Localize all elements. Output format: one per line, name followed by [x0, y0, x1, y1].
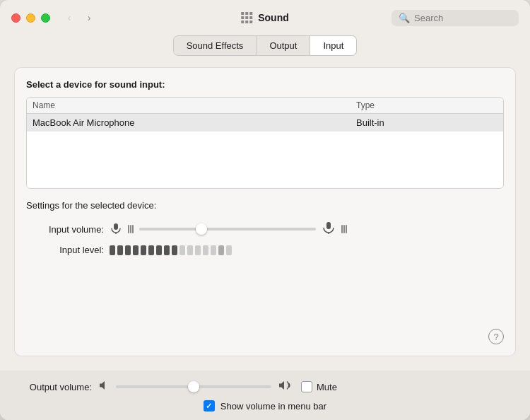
input-volume-row: Input volume:	[26, 221, 504, 238]
minimize-button[interactable]	[26, 13, 35, 23]
grid-icon[interactable]	[241, 12, 252, 23]
bottom-bar: Output volume: Mute	[0, 371, 530, 420]
settings-label: Settings for the selected device:	[26, 200, 504, 211]
level-bar-11	[187, 245, 193, 255]
nav-buttons: ‹ ›	[61, 10, 97, 25]
mute-label: Mute	[317, 382, 337, 392]
device-table: Name Type MacBook Air Microphone Built-i…	[26, 97, 504, 189]
level-bar-1	[110, 245, 115, 255]
input-volume-slider[interactable]	[139, 228, 316, 231]
input-level-label: Input level:	[26, 245, 104, 255]
level-bar-12	[195, 245, 201, 255]
level-bar-5	[141, 245, 146, 255]
tab-input[interactable]: Input	[310, 35, 357, 56]
table-row[interactable]: MacBook Air Microphone Built-in	[27, 114, 503, 132]
mic-loud-icon	[322, 221, 336, 238]
level-bar-10	[179, 245, 185, 255]
maximize-button[interactable]	[41, 13, 50, 23]
help-button[interactable]: ?	[488, 329, 504, 344]
content-area: Sound Effects Output Input Select a devi…	[0, 35, 530, 371]
window-title: Sound	[258, 12, 289, 23]
input-level-row: Input level:	[26, 245, 504, 255]
device-name: MacBook Air Microphone	[33, 117, 356, 128]
level-bar-13	[203, 245, 208, 255]
speaker-loud-icon	[277, 379, 293, 395]
mute-row: Mute	[301, 381, 337, 392]
tabs: Sound Effects Output Input	[14, 35, 516, 56]
level-bar-2	[117, 245, 123, 255]
checkmark-icon: ✓	[206, 402, 212, 411]
col-name-header: Name	[33, 100, 356, 110]
volume-dots-high	[341, 225, 347, 233]
show-volume-label: Show volume in menu bar	[220, 401, 326, 412]
search-input[interactable]	[414, 13, 512, 23]
level-bar-4	[133, 245, 139, 255]
device-section-label: Select a device for sound input:	[26, 79, 504, 90]
output-volume-label: Output volume:	[14, 382, 92, 392]
input-volume-label: Input volume:	[26, 224, 104, 235]
svg-rect-2	[326, 222, 331, 229]
level-bars	[110, 245, 232, 255]
output-volume-row: Output volume: Mute	[14, 379, 516, 395]
title-bar: ‹ › Sound 🔍	[0, 0, 530, 35]
table-empty-area	[27, 132, 503, 188]
tab-output[interactable]: Output	[257, 35, 310, 56]
level-bar-8	[164, 245, 170, 255]
level-bar-14	[211, 245, 216, 255]
search-icon: 🔍	[399, 13, 410, 23]
svg-rect-0	[114, 223, 118, 230]
level-bar-6	[148, 245, 154, 255]
search-bar[interactable]: 🔍	[391, 10, 519, 26]
output-volume-slider[interactable]	[116, 385, 271, 388]
col-type-header: Type	[356, 100, 497, 110]
close-button[interactable]	[11, 13, 20, 23]
mic-low-icon	[110, 222, 122, 237]
volume-dots-low	[128, 225, 134, 233]
title-area: Sound	[241, 12, 289, 23]
table-header: Name Type	[27, 98, 503, 114]
level-bar-3	[125, 245, 131, 255]
level-bar-9	[172, 245, 177, 255]
show-volume-checkbox[interactable]: ✓	[204, 400, 215, 412]
device-type: Built-in	[356, 117, 497, 128]
show-volume-row: ✓ Show volume in menu bar	[14, 400, 516, 412]
input-panel: Select a device for sound input: Name Ty…	[14, 67, 516, 356]
back-button[interactable]: ‹	[61, 10, 77, 25]
forward-button[interactable]: ›	[81, 10, 97, 25]
level-bar-7	[156, 245, 162, 255]
traffic-lights	[11, 13, 50, 23]
mute-checkbox[interactable]	[301, 381, 312, 392]
tab-sound-effects[interactable]: Sound Effects	[173, 35, 257, 56]
speaker-low-icon	[98, 379, 110, 395]
main-window: ‹ › Sound 🔍 Sound Effects Output Input S…	[0, 0, 530, 420]
level-bar-16	[226, 245, 232, 255]
level-bar-15	[218, 245, 224, 255]
